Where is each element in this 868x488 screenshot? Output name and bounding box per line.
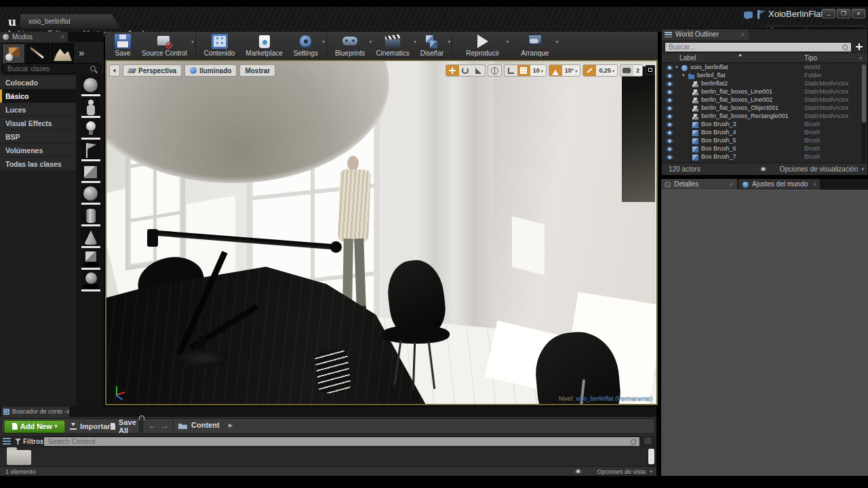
close-icon[interactable]: × [741, 29, 745, 40]
row-label[interactable]: xoio_berlinflat [690, 64, 728, 70]
close-icon[interactable]: × [730, 179, 733, 190]
rotation-snap-value[interactable]: 10°▾ [562, 64, 580, 77]
dropdown-icon[interactable]: ▾ [322, 39, 325, 45]
world-settings-tab[interactable]: Ajustes del mundo × [738, 179, 820, 190]
design-button[interactable]: Diseñar ▾ [415, 33, 449, 59]
row-label[interactable]: berlin_flat_boxes_Line001 [701, 88, 772, 95]
category-bsp[interactable]: BSP [0, 130, 76, 144]
category-lights[interactable]: Luces [0, 103, 76, 117]
outliner-row[interactable]: berlin_flat_boxes_Line001 StaticMeshActo… [662, 88, 867, 96]
maximize-button[interactable]: ❐ [837, 9, 850, 18]
outliner-row[interactable]: berlin_flat_boxes_Line002 StaticMeshActo… [662, 96, 867, 104]
visibility-eye-icon[interactable] [666, 73, 673, 79]
feedback-bubble-icon[interactable] [744, 12, 753, 18]
back-icon[interactable]: ← [149, 421, 157, 430]
content-browser-tab[interactable]: Buscador de contenido × [1, 407, 69, 417]
outliner-row[interactable]: Box Brush_7 Brush [662, 153, 867, 161]
save-all-button[interactable]: Save All [111, 419, 139, 434]
placement-sphere-2[interactable] [81, 271, 101, 291]
row-label[interactable]: Box Brush_6 [701, 145, 736, 152]
level-tab[interactable]: xoio_berlinflat [20, 14, 121, 28]
world-space-button[interactable] [488, 64, 501, 77]
cinematics-button[interactable]: Cinematics ▾ [370, 33, 414, 59]
mode-landscape-button[interactable] [51, 43, 74, 64]
lit-mode-button[interactable]: Iluminado [184, 64, 237, 77]
viewport-options-button[interactable]: ▾ [109, 64, 120, 77]
outliner-row[interactable]: Box Brush_6 Brush [662, 145, 867, 153]
close-button[interactable]: × [852, 9, 865, 18]
visibility-eye-icon[interactable] [666, 114, 673, 119]
scale-tool-button[interactable] [472, 64, 485, 77]
placement-cone[interactable] [81, 228, 101, 248]
placement-box[interactable] [81, 249, 101, 270]
visibility-eye-icon[interactable] [666, 155, 673, 160]
breadcrumb-arrow-icon[interactable]: ▶ [229, 422, 233, 428]
forward-icon[interactable]: → [161, 421, 169, 430]
dropdown-icon[interactable]: ▾ [507, 39, 509, 45]
placement-target-point[interactable] [81, 141, 101, 161]
details-tab[interactable]: i Detalles × [661, 179, 737, 190]
dropdown-icon[interactable]: ▾ [556, 39, 559, 45]
row-label[interactable]: berlinf_flat [697, 72, 726, 79]
marketplace-button[interactable]: Marketplace [240, 33, 288, 59]
category-basic[interactable]: Básico [0, 89, 76, 103]
dropdown-icon[interactable]: ▾ [448, 39, 451, 45]
outliner-scrollbar[interactable] [862, 64, 866, 162]
source-control-button[interactable]: Source Control ▾ [136, 33, 193, 59]
minimize-button[interactable]: _ [822, 9, 835, 18]
visibility-eye-icon[interactable] [666, 146, 673, 152]
close-icon[interactable]: × [62, 407, 67, 417]
report-flag-icon[interactable] [757, 10, 760, 19]
column-type[interactable]: Tipo [804, 54, 817, 62]
blueprints-button[interactable]: Blueprints ▾ [330, 33, 370, 59]
grid-snap-value[interactable]: 10▾ [530, 64, 546, 77]
maximize-viewport-button[interactable] [646, 65, 655, 75]
outliner-row[interactable]: Box Brush_5 Brush [662, 137, 867, 145]
rotate-tool-button[interactable] [459, 64, 472, 77]
visibility-eye-icon[interactable] [666, 122, 673, 127]
save-search-button[interactable] [644, 436, 652, 445]
row-label[interactable]: Box Brush_4 [701, 129, 736, 136]
save-button[interactable]: Save [109, 33, 136, 59]
launch-button[interactable]: Arranque ▾ [510, 33, 559, 59]
placement-player-start[interactable] [81, 98, 101, 118]
dropdown-icon[interactable]: ▾ [191, 39, 194, 45]
cb-asset-area[interactable] [0, 448, 656, 466]
add-new-button[interactable]: Add New ▾ [4, 420, 65, 433]
cb-view-options[interactable]: Opciones de vista [597, 468, 646, 475]
row-label[interactable]: berlinflat2 [701, 80, 728, 87]
level-name[interactable]: xoio_berlinflat (Permanente) [576, 395, 652, 402]
viewport-scene[interactable]: Nivel: xoio_berlinflat (Permanente) ▾ Pe… [106, 61, 656, 404]
placement-cube[interactable] [81, 163, 101, 183]
category-volumes[interactable]: Volúmenes [0, 144, 76, 157]
row-label[interactable]: berlin_flat_boxes_Rectangle001 [701, 113, 789, 119]
move-tool-button[interactable] [446, 64, 459, 77]
outliner-row[interactable]: Box Brush_3 Brush [662, 121, 867, 129]
category-all-classes[interactable]: Todas las clases [0, 157, 76, 171]
row-label[interactable]: Box Brush_5 [701, 137, 736, 144]
play-button[interactable]: Reproducir ▾ [455, 33, 510, 59]
expander-icon[interactable]: ▾ [675, 64, 678, 70]
category-recent[interactable]: Colocado recientemente [0, 76, 76, 89]
close-icon[interactable]: × [61, 32, 64, 42]
viewport[interactable]: Nivel: xoio_berlinflat (Permanente) ▾ Pe… [105, 60, 658, 405]
scrollbar-thumb[interactable] [648, 449, 654, 464]
visibility-eye-icon[interactable] [666, 98, 673, 103]
rotation-snap-toggle[interactable] [549, 64, 562, 77]
sort-asc-icon[interactable]: ▲ [738, 52, 743, 57]
outliner-row[interactable]: ▾ xoio_berlinflat World [662, 64, 867, 72]
placement-point-light[interactable] [81, 119, 101, 140]
asset-folder-tile[interactable] [7, 450, 31, 465]
outliner-row[interactable]: berlinflat2 StaticMeshActor [662, 80, 867, 88]
row-label[interactable]: Box Brush_7 [701, 153, 736, 160]
show-button[interactable]: Mostrar [239, 64, 275, 77]
import-button[interactable]: Importar [70, 419, 111, 434]
add-actor-icon[interactable] [856, 43, 863, 50]
modes-tab[interactable]: Modos × [0, 32, 68, 42]
world-outliner-tab[interactable]: World Outliner × [662, 29, 749, 40]
scale-snap-value[interactable]: 0,25▾ [596, 64, 617, 77]
scale-snap-toggle[interactable] [583, 64, 596, 77]
camera-speed-value[interactable]: 2 [633, 64, 642, 77]
visibility-eye-icon[interactable] [666, 89, 673, 95]
camera-speed-button[interactable] [620, 64, 633, 77]
